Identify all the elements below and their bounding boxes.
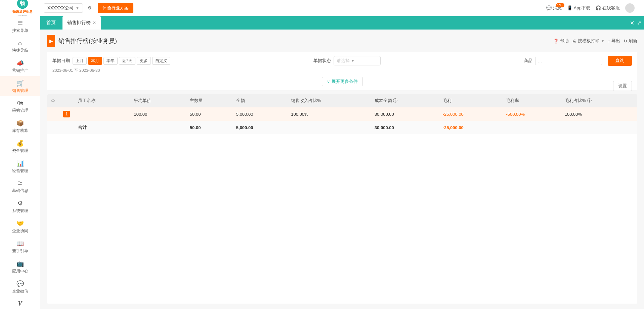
col-gross: 毛利 bbox=[439, 94, 502, 107]
company-name: XXXXXX公司 bbox=[47, 5, 74, 11]
page-title: 销售排行榜(按业务员) bbox=[58, 37, 117, 45]
date-btn-more[interactable]: 更多 bbox=[137, 57, 151, 65]
sidebar-item-enterprise[interactable]: 🤝 企业协同 bbox=[0, 216, 40, 237]
cell-gross: -25,000.00 bbox=[439, 107, 502, 121]
message-button[interactable]: 💬 消息 99+ bbox=[546, 5, 562, 11]
sidebar-item-inventory[interactable]: 📦 库存核算 bbox=[0, 116, 40, 136]
refresh-icon: ↻ bbox=[624, 39, 627, 44]
data-table-wrap: ⚙ 员工名称 平均单价 主数量 全额 销售收入占比% 成本全额 ⓘ 毛利 bbox=[47, 94, 637, 304]
sidebar-item-finance[interactable]: 💰 资金管理 bbox=[0, 136, 40, 156]
status-filter-label: 单据状态 bbox=[313, 58, 331, 64]
col-gross-rate: 毛利率 bbox=[502, 94, 560, 107]
date-btn-custom[interactable]: 自定义 bbox=[152, 57, 170, 65]
trial-button[interactable]: 体验行业方案 bbox=[98, 3, 133, 13]
sidebar-item-marketing[interactable]: 📣 营销推广 bbox=[0, 56, 40, 76]
sidebar-item-guide[interactable]: 📖 新手引导 bbox=[0, 237, 40, 257]
col-amount: 全额 bbox=[232, 94, 287, 107]
status-select-arrow-icon: ▼ bbox=[351, 59, 355, 63]
date-btn-7days[interactable]: 近7天 bbox=[119, 57, 135, 65]
expand-arrow-button[interactable]: ▶ bbox=[47, 35, 55, 47]
online-service-button[interactable]: 🎧 在线客服 bbox=[596, 5, 620, 11]
sidebar-item-member[interactable]: V 畅会员 bbox=[0, 297, 40, 309]
date-btn-last-month[interactable]: 上月 bbox=[73, 57, 87, 65]
cell-gross-pct: 100.00% bbox=[561, 107, 637, 121]
sidebar-item-operation[interactable]: 📊 经营管理 bbox=[0, 156, 40, 176]
member-icon: V bbox=[18, 300, 22, 307]
settings-button[interactable]: 设置 bbox=[613, 81, 632, 91]
goods-filter-label: 商品 bbox=[524, 58, 532, 64]
operation-icon: 📊 bbox=[16, 160, 24, 167]
data-table: ⚙ 员工名称 平均单价 主数量 全额 销售收入占比% 成本全额 ⓘ 毛利 bbox=[47, 94, 637, 134]
wechat-icon: 💬 bbox=[16, 280, 24, 288]
print-button[interactable]: 🖨 按模板打印 ▼ bbox=[572, 38, 605, 44]
settings-icon[interactable]: ⚙ bbox=[85, 3, 94, 13]
date-btn-this-year[interactable]: 本年 bbox=[103, 57, 118, 65]
sidebar-item-app-center[interactable]: 📺 应用中心 bbox=[0, 257, 40, 277]
help-icon: ❓ bbox=[553, 39, 559, 44]
cell-avg-price: 100.00 bbox=[130, 107, 185, 121]
query-button[interactable]: 查询 bbox=[608, 56, 632, 66]
home-icon: ⌂ bbox=[18, 40, 22, 47]
chevron-down-icon: ▼ bbox=[76, 6, 79, 10]
system-icon: ⚙ bbox=[17, 200, 23, 207]
query-group: 查询 bbox=[608, 56, 632, 66]
app-download-button[interactable]: 📱 App下载 bbox=[567, 5, 590, 11]
cell-settings bbox=[47, 107, 59, 121]
cell-gross-rate: -500.00% bbox=[502, 107, 560, 121]
col-sales-pct: 销售收入占比% bbox=[287, 94, 371, 107]
basic-icon: 🗂 bbox=[17, 180, 23, 187]
col-rank bbox=[59, 94, 74, 107]
headset-icon: 🎧 bbox=[596, 5, 601, 10]
enterprise-icon: 🤝 bbox=[16, 220, 24, 227]
settings-area: 设置 bbox=[613, 79, 632, 91]
company-selector[interactable]: XXXXXX公司 ▼ bbox=[44, 3, 83, 13]
message-icon: 💬 bbox=[546, 5, 552, 10]
close-window-icon[interactable]: ✕ bbox=[630, 20, 634, 26]
date-filter-group: 单据日期 上月 本月 本年 近7天 更多 自定义 bbox=[52, 57, 170, 65]
footer-gross-pct bbox=[561, 121, 637, 134]
col-settings[interactable]: ⚙ bbox=[47, 94, 59, 107]
cell-amount: 5,000.00 bbox=[232, 107, 287, 121]
expand-more-conditions-button[interactable]: ∨ 展开更多条件 bbox=[322, 77, 363, 86]
export-button[interactable]: ↑ 导出 bbox=[608, 38, 620, 44]
col-gross-pct: 毛利占比% ⓘ bbox=[561, 94, 637, 107]
expand-icon: ∨ bbox=[327, 79, 330, 84]
logo: 畅 畅康通好生意 标准版 bbox=[4, 0, 41, 18]
expand-window-icon[interactable]: ⤢ bbox=[637, 20, 641, 26]
date-btn-this-month[interactable]: 本月 bbox=[88, 57, 102, 65]
sidebar-item-basic[interactable]: 🗂 基础信息 bbox=[0, 176, 40, 196]
svg-text:畅: 畅 bbox=[20, 0, 25, 6]
col-avg-price: 平均单价 bbox=[130, 94, 185, 107]
goods-input[interactable] bbox=[535, 57, 602, 65]
tab-sales-ranking[interactable]: 销售排行榜 ✕ bbox=[62, 16, 101, 30]
footer-gross: -25,000.00 bbox=[439, 121, 502, 134]
sidebar-item-wechat[interactable]: 💬 企业微信 bbox=[0, 277, 40, 297]
guide-icon: 📖 bbox=[16, 240, 24, 247]
footer-gross-rate bbox=[502, 121, 560, 134]
cell-cost: 30,000.00 bbox=[371, 107, 439, 121]
tab-home[interactable]: 首页 bbox=[40, 16, 62, 30]
status-filter-group: 单据状态 请选择 ▼ bbox=[313, 56, 381, 65]
footer-quantity: 50.00 bbox=[186, 121, 232, 134]
status-select[interactable]: 请选择 ▼ bbox=[334, 56, 381, 65]
sidebar-item-purchase[interactable]: 🛍 采购管理 bbox=[0, 96, 40, 116]
finance-icon: 💰 bbox=[16, 140, 24, 147]
phone-icon: 📱 bbox=[567, 5, 572, 10]
sidebar-item-search[interactable]: ☰ 搜索菜单 bbox=[0, 16, 40, 36]
avatar[interactable] bbox=[625, 3, 635, 13]
tab-close-icon[interactable]: ✕ bbox=[93, 20, 96, 25]
sidebar-item-sales[interactable]: 🛒 销售管理 bbox=[0, 76, 40, 96]
cell-sales-pct: 100.00% bbox=[287, 107, 371, 121]
refresh-button[interactable]: ↻ 刷新 bbox=[624, 38, 637, 44]
footer-amount: 5,000.00 bbox=[232, 121, 287, 134]
sidebar-item-quick-nav[interactable]: ⌂ 快捷导航 bbox=[0, 36, 40, 56]
print-dropdown-icon: ▼ bbox=[601, 39, 605, 43]
sales-icon: 🛒 bbox=[16, 80, 24, 87]
table-row: 1 100.00 50.00 5,000.00 100.00% 30,000.0… bbox=[47, 107, 637, 121]
marketing-icon: 📣 bbox=[16, 59, 24, 67]
help-button[interactable]: ❓ 帮助 bbox=[553, 38, 569, 44]
cell-quantity: 50.00 bbox=[186, 107, 232, 121]
sidebar-item-system[interactable]: ⚙ 系统管理 bbox=[0, 196, 40, 216]
date-filter-label: 单据日期 bbox=[52, 58, 70, 64]
footer-cost: 30,000.00 bbox=[371, 121, 439, 134]
